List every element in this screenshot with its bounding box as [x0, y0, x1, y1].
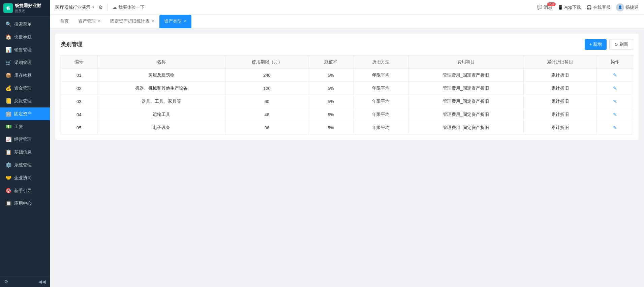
table-row: 01房屋及建筑物2405%年限平均管理费用_固定资产折旧累计折旧✎ — [61, 69, 633, 82]
nav-label-operation: 经营管理 — [14, 136, 32, 142]
edit-icon[interactable]: ✎ — [613, 99, 617, 104]
table-body: 01房屋及建筑物2405%年限平均管理费用_固定资产折旧累计折旧✎02机器、机械… — [61, 69, 633, 134]
nav-label-sales: 销售管理 — [14, 47, 32, 53]
nav-icon-enterprise: 🤝 — [5, 175, 11, 181]
app-name[interactable]: 医疗器械行业演示 ▼ — [55, 4, 95, 10]
section-header: 类别管理 + 新增 ↻ 刷新 — [61, 39, 633, 50]
nav-icon-newbie: 🎯 — [5, 188, 11, 194]
sidebar-item-newbie[interactable]: 🎯 新手引导 — [0, 184, 50, 197]
edit-icon[interactable]: ✎ — [613, 72, 617, 78]
tab-asset-mgmt[interactable]: 资产管理✕ — [73, 15, 105, 28]
tab-asset-type[interactable]: 资产类型✕ — [159, 15, 191, 28]
sidebar-item-operation[interactable]: 📈 经营管理 — [0, 133, 50, 146]
settings-icon[interactable]: ⚙ — [4, 279, 8, 284]
refresh-button[interactable]: ↻ 刷新 — [609, 39, 633, 50]
page-content: 类别管理 + 新增 ↻ 刷新 编号名称使用期限（月）残值率折旧方法费用科目累计折… — [50, 28, 644, 287]
sidebar-item-salary[interactable]: 💵 工资 — [0, 120, 50, 133]
tab-label: 首页 — [60, 18, 69, 24]
user-menu[interactable]: 👤 畅捷通 — [616, 3, 639, 11]
topbar-left: 医疗器械行业演示 ▼ ⚙ ☁ 我要体验一下 — [55, 4, 533, 11]
cell-expense: 管理费用_固定资产折旧 — [408, 108, 524, 121]
nav-label-base: 基础信息 — [14, 149, 32, 155]
refresh-icon: ↻ — [614, 42, 618, 47]
tab-label: 资产管理 — [78, 18, 96, 24]
nav-label-fixed: 固定资产 — [14, 111, 32, 117]
cell-method: 年限平均 — [354, 95, 408, 108]
topbar: 医疗器械行业演示 ▼ ⚙ ☁ 我要体验一下 💬 消息 99 📱 App下载 🎧 — [50, 0, 644, 15]
cell-code: 01 — [61, 69, 97, 82]
app-download-button[interactable]: 📱 App下载 — [558, 4, 581, 10]
tab-home[interactable]: 首页 — [55, 15, 73, 28]
cell-accum: 累计折旧 — [524, 82, 597, 95]
sidebar-item-ledger[interactable]: 📒 总账管理 — [0, 95, 50, 107]
message-badge: 99 — [547, 2, 556, 6]
message-button[interactable]: 💬 消息 99 — [537, 4, 552, 10]
edit-icon[interactable]: ✎ — [613, 125, 617, 130]
sidebar-title: 畅捷通好业财 — [15, 3, 41, 9]
col-header-expense: 费用科目 — [408, 56, 524, 69]
sidebar-item-purchase[interactable]: 🛒 采购管理 — [0, 56, 50, 69]
topbar-right: 💬 消息 99 📱 App下载 🎧 在线客服 👤 畅捷通 — [537, 3, 639, 11]
add-button[interactable]: + 新增 — [585, 39, 607, 50]
headset-icon: 🎧 — [586, 5, 592, 10]
mobile-icon: 📱 — [558, 5, 563, 10]
nav-label-funds: 资金管理 — [14, 85, 32, 91]
sidebar-item-funds[interactable]: 💰 资金管理 — [0, 82, 50, 95]
col-header-accum: 累计折旧科目 — [524, 56, 597, 69]
edit-icon[interactable]: ✎ — [613, 112, 617, 117]
table-row: 02机器、机械和其他生产设备1205%年限平均管理费用_固定资产折旧累计折旧✎ — [61, 82, 633, 95]
cell-expense: 管理费用_固定资产折旧 — [408, 121, 524, 134]
col-header-name: 名称 — [97, 56, 226, 69]
col-header-method: 折旧方法 — [354, 56, 408, 69]
cloud-icon: ☁ — [113, 5, 117, 10]
cell-period: 240 — [226, 69, 308, 82]
nav-icon-ledger: 📒 — [5, 98, 11, 104]
cell-residual: 5% — [308, 95, 354, 108]
sidebar-item-appcenter[interactable]: 🔲 应用中心 — [0, 197, 50, 210]
tab-label: 资产类型 — [164, 18, 182, 24]
avatar: 👤 — [616, 3, 624, 11]
cell-method: 年限平均 — [354, 69, 408, 82]
cell-name: 房屋及建筑物 — [97, 69, 226, 82]
sidebar-item-inventory[interactable]: 📦 库存核算 — [0, 69, 50, 82]
edit-icon[interactable]: ✎ — [613, 86, 617, 91]
tab-close-asset-mgmt[interactable]: ✕ — [98, 19, 101, 23]
logo-icon: 畅 — [3, 3, 13, 13]
col-header-code: 编号 — [61, 56, 97, 69]
nav-label-system: 系统管理 — [14, 162, 32, 168]
nav-label-quicknav: 快捷导航 — [14, 34, 32, 40]
sidebar-item-quicknav[interactable]: 🏠 快捷导航 — [0, 31, 50, 43]
collapse-icon[interactable]: ◀◀ — [38, 279, 46, 284]
sidebar-item-sales[interactable]: 📊 销售管理 — [0, 43, 50, 56]
sidebar-item-fixed[interactable]: 🏢 固定资产 — [0, 107, 50, 120]
sidebar-menu: 🔍 搜索菜单 🏠 快捷导航 📊 销售管理 🛒 采购管理 📦 库存核算 💰 资金管… — [0, 17, 50, 276]
nav-label-salary: 工资 — [14, 124, 23, 130]
cell-name: 机器、机械和其他生产设备 — [97, 82, 226, 95]
tab-close-asset-type[interactable]: ✕ — [184, 19, 187, 23]
sidebar: 畅 畅捷通好业财 普及版 🔍 搜索菜单 🏠 快捷导航 📊 销售管理 🛒 采购管理… — [0, 0, 50, 287]
customer-service-button[interactable]: 🎧 在线客服 — [586, 4, 611, 10]
cell-name: 运输工具 — [97, 108, 226, 121]
table-row: 05电子设备365%年限平均管理费用_固定资产折旧累计折旧✎ — [61, 121, 633, 134]
nav-icon-operation: 📈 — [5, 136, 11, 142]
sidebar-brand: 畅捷通好业财 普及版 — [15, 3, 41, 13]
topbar-settings-icon[interactable]: ⚙ — [98, 4, 103, 10]
cell-action: ✎ — [597, 108, 633, 121]
cell-period: 60 — [226, 95, 308, 108]
sidebar-item-base[interactable]: 📋 基础信息 — [0, 146, 50, 159]
topbar-divider — [108, 4, 108, 11]
cell-residual: 5% — [308, 121, 354, 134]
cell-code: 02 — [61, 82, 97, 95]
dropdown-arrow-icon: ▼ — [92, 5, 95, 9]
nav-label-purchase: 采购管理 — [14, 60, 32, 66]
sidebar-item-enterprise[interactable]: 🤝 企业协同 — [0, 171, 50, 184]
table-header-row: 编号名称使用期限（月）残值率折旧方法费用科目累计折旧科目操作 — [61, 56, 633, 69]
table-row: 04运输工具485%年限平均管理费用_固定资产折旧累计折旧✎ — [61, 108, 633, 121]
nav-icon-base: 📋 — [5, 149, 11, 155]
sidebar-item-system[interactable]: ⚙️ 系统管理 — [0, 159, 50, 171]
tab-close-depreciation-table[interactable]: ✕ — [152, 19, 155, 23]
cell-name: 电子设备 — [97, 121, 226, 134]
tab-depreciation-table[interactable]: 固定资产折旧统计表✕ — [105, 15, 159, 28]
experience-button[interactable]: ☁ 我要体验一下 — [113, 4, 145, 10]
sidebar-item-search[interactable]: 🔍 搜索菜单 — [0, 18, 50, 31]
